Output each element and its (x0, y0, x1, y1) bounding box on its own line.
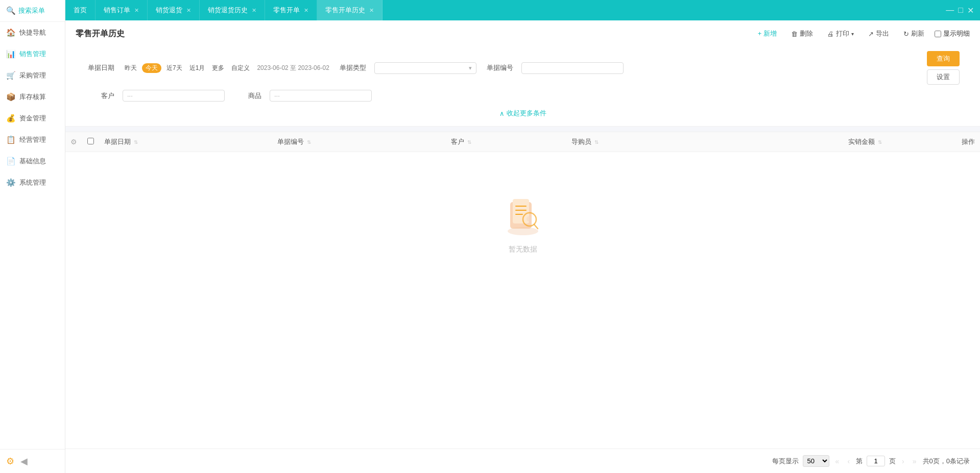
operations-icon: 📋 (6, 135, 15, 144)
page-number-input[interactable] (867, 456, 885, 466)
date-yesterday-btn[interactable]: 昨天 (123, 63, 139, 73)
doc-no-filter-label: 单据编号 (485, 63, 513, 72)
next-page-btn[interactable]: › (900, 456, 906, 466)
tab-sales-order[interactable]: 销售订单 ✕ (95, 0, 148, 20)
th-action-label: 操作 (962, 138, 975, 145)
sidebar-item-label: 采购管理 (19, 71, 46, 80)
toolbar: + 新增 🗑 删除 🖨 打印 ▾ ↗ 导出 ↻ (754, 28, 970, 40)
date-today-btn[interactable]: 今天 (142, 63, 161, 73)
th-settings: ⚙ (65, 132, 82, 152)
window-maximize-icon[interactable]: □ (958, 6, 963, 15)
tab-sales-return[interactable]: 销货退货 ✕ (148, 0, 200, 20)
data-table: ⚙ 单据日期 ⇅ 单据编号 ⇅ (65, 132, 980, 152)
date-1month-btn[interactable]: 近1月 (187, 63, 207, 73)
sidebar-item-inventory[interactable]: 📦 库存核算 (0, 86, 65, 108)
delete-button[interactable]: 🗑 删除 (787, 28, 817, 40)
th-doc-date-label: 单据日期 (104, 138, 131, 145)
sidebar-item-quick-nav[interactable]: 🏠 快捷导航 (0, 22, 65, 43)
print-button[interactable]: 🖨 打印 ▾ (823, 28, 858, 40)
page-label: 第 (856, 457, 863, 466)
sys-icon: ⚙️ (6, 178, 15, 187)
collapse-up-icon: ∧ (499, 110, 505, 117)
filter-row-1: 单据日期 昨天 今天 近7天 近1月 更多 自定义 2023-06-02 至 2… (86, 51, 960, 85)
tab-sales-order-close[interactable]: ✕ (134, 7, 139, 14)
first-page-btn[interactable]: « (833, 456, 842, 466)
svg-point-8 (527, 216, 532, 221)
goods-select[interactable]: ··· (270, 90, 372, 102)
sort-doc-date-icon[interactable]: ⇅ (134, 139, 138, 145)
display-detail-checkbox-wrap[interactable]: 显示明细 (935, 29, 970, 38)
search-icon: 🔍 (6, 6, 15, 15)
refresh-label: 刷新 (911, 29, 924, 38)
window-minimize-icon[interactable]: — (946, 6, 954, 15)
th-amount: 实销金额 ⇅ (713, 132, 887, 152)
tab-sales-order-label: 销售订单 (104, 6, 130, 15)
tab-sales-return-history-close[interactable]: ✕ (252, 7, 256, 14)
empty-state: 暂无数据 (65, 152, 980, 285)
export-icon: ↗ (868, 30, 874, 38)
th-customer-label: 客户 (451, 138, 464, 145)
tab-retail-open[interactable]: 零售开单 ✕ (265, 0, 317, 20)
sort-customer-icon[interactable]: ⇅ (467, 139, 471, 145)
sort-guide-icon[interactable]: ⇅ (594, 139, 599, 145)
tab-retail-history-label: 零售开单历史 (325, 6, 365, 15)
page-suffix: 页 (889, 457, 896, 466)
sidebar-item-sales-mgmt[interactable]: 📊 销售管理 (0, 43, 65, 65)
doc-no-input[interactable] (521, 62, 624, 74)
sales-icon: 📊 (6, 49, 15, 59)
date-more-btn[interactable]: 更多 (210, 63, 226, 73)
date-filter-label: 单据日期 (86, 63, 114, 72)
table-settings-icon[interactable]: ⚙ (70, 138, 77, 146)
print-icon: 🖨 (827, 30, 834, 38)
tab-home[interactable]: 首页 (65, 0, 95, 20)
sidebar-search[interactable]: 🔍 搜索采单 (0, 0, 65, 22)
display-detail-label: 显示明细 (943, 29, 970, 38)
th-guide: 导购员 ⇅ (566, 132, 713, 152)
empty-text: 暂无数据 (509, 245, 537, 254)
settings-gear-icon[interactable]: ⚙ (6, 456, 14, 467)
inventory-icon: 📦 (6, 92, 15, 102)
doc-type-select[interactable]: ▾ (374, 62, 476, 74)
query-button[interactable]: 查询 (927, 51, 960, 66)
tab-retail-history-close[interactable]: ✕ (369, 7, 374, 14)
tab-sales-return-history[interactable]: 销货退货历史 ✕ (200, 0, 265, 20)
last-page-btn[interactable]: » (911, 456, 919, 466)
print-arrow-icon: ▾ (851, 31, 854, 37)
display-detail-checkbox[interactable] (935, 31, 941, 37)
table-wrap: ⚙ 单据日期 ⇅ 单据编号 ⇅ (65, 132, 980, 449)
refresh-button[interactable]: ↻ 刷新 (899, 28, 928, 40)
sidebar-collapse-icon[interactable]: ◀ (20, 456, 28, 467)
page-header: 零售开单历史 + 新增 🗑 删除 🖨 打印 ▾ ↗ 导出 (65, 20, 980, 127)
sort-doc-no-icon[interactable]: ⇅ (307, 139, 311, 145)
date-range-display: 2023-06-02 至 2023-06-02 (257, 64, 329, 72)
home-icon: 🏠 (6, 28, 15, 37)
sidebar-item-finance[interactable]: 💰 资金管理 (0, 108, 65, 129)
tab-retail-history[interactable]: 零售开单历史 ✕ (317, 0, 383, 20)
sort-amount-icon[interactable]: ⇅ (878, 139, 882, 145)
th-customer: 客户 ⇅ (446, 132, 566, 152)
date-quick-group: 昨天 今天 近7天 近1月 更多 自定义 2023-06-02 至 2023-0… (123, 63, 329, 73)
sidebar-item-base-info[interactable]: 📄 基础信息 (0, 151, 65, 172)
th-doc-date: 单据日期 ⇅ (99, 132, 272, 152)
svg-rect-2 (513, 199, 529, 223)
sidebar-item-operations[interactable]: 📋 经营管理 (0, 129, 65, 151)
date-7days-btn[interactable]: 近7天 (164, 63, 184, 73)
window-close-icon[interactable]: ✕ (967, 6, 974, 15)
sidebar-item-purchase-mgmt[interactable]: 🛒 采购管理 (0, 65, 65, 86)
date-custom-btn[interactable]: 自定义 (229, 63, 252, 73)
per-page-select[interactable]: 50 10 20 100 (803, 455, 829, 467)
tab-sales-return-close[interactable]: ✕ (186, 7, 191, 14)
export-button[interactable]: ↗ 导出 (864, 28, 893, 40)
prev-page-btn[interactable]: ‹ (845, 456, 852, 466)
add-button[interactable]: + 新增 (754, 28, 781, 40)
base-info-icon: 📄 (6, 157, 15, 166)
sidebar-item-sys-mgmt[interactable]: ⚙️ 系统管理 (0, 172, 65, 193)
sidebar: 🔍 搜索采单 🏠 快捷导航 📊 销售管理 🛒 采购管理 📦 库存核算 💰 资金管… (0, 0, 65, 473)
customer-select[interactable]: ··· (123, 90, 225, 102)
set-button[interactable]: 设置 (927, 69, 960, 85)
tab-retail-open-close[interactable]: ✕ (304, 7, 308, 14)
sidebar-item-label: 销售管理 (19, 49, 46, 59)
collapse-more-btn[interactable]: ∧ 收起更多条件 (86, 107, 960, 120)
tab-home-label: 首页 (74, 6, 87, 15)
select-all-checkbox[interactable] (87, 138, 94, 144)
